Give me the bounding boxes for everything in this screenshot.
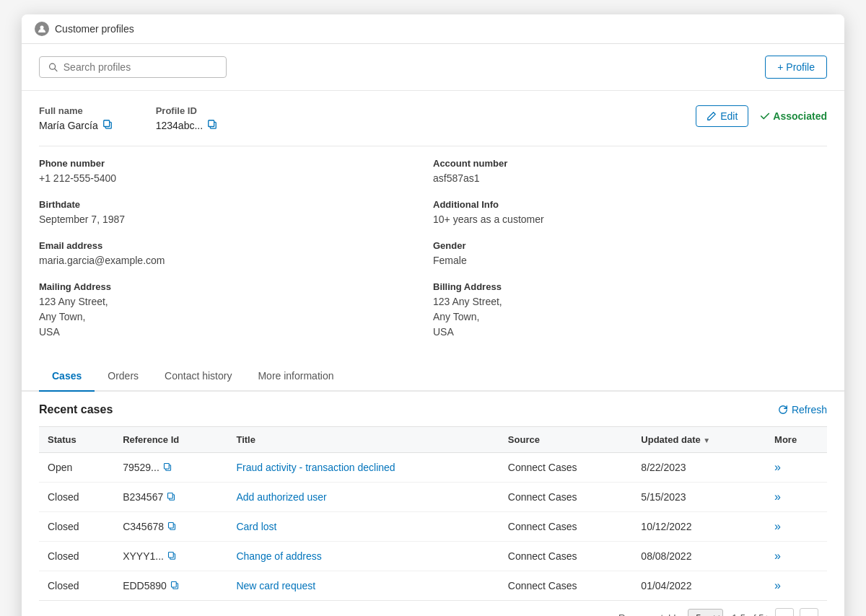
svg-rect-6: [209, 120, 214, 127]
updated-date-cell: 10/12/2022: [632, 512, 766, 542]
search-box[interactable]: [39, 56, 227, 78]
more-cell[interactable]: »: [766, 542, 827, 571]
associated-badge: Associated: [760, 110, 827, 122]
svg-line-2: [55, 69, 57, 71]
col-source: Source: [499, 427, 633, 453]
more-icon[interactable]: »: [774, 490, 781, 503]
profile-id-copy-icon[interactable]: [207, 119, 217, 131]
tab-contact-history[interactable]: Contact history: [152, 361, 245, 392]
ref-copy-icon[interactable]: [163, 462, 172, 473]
cases-title: Recent cases: [39, 403, 113, 416]
more-icon[interactable]: »: [774, 579, 781, 591]
billing-address-field: Billing Address 123 Any Street, Any Town…: [433, 281, 827, 340]
ref-copy-icon[interactable]: [167, 491, 175, 503]
rows-per-table-label: Rows per table:: [618, 612, 683, 617]
case-title-link[interactable]: Add authorized user: [236, 491, 326, 503]
status-cell: Closed: [39, 483, 114, 512]
rows-per-table: Rows per table: 5 10 25: [618, 609, 723, 617]
cases-section: Recent cases Refresh Status Reference Id…: [22, 392, 844, 616]
status-cell: Open: [39, 453, 114, 483]
phone-field: Phone number +1 212-555-5400: [39, 158, 433, 186]
source-cell: Connect Cases: [499, 512, 633, 542]
case-title-link[interactable]: Fraud activity - transaction declined: [236, 462, 395, 473]
tab-cases[interactable]: Cases: [39, 361, 95, 392]
sort-arrow-icon: ▼: [703, 436, 710, 444]
edit-button[interactable]: Edit: [696, 105, 748, 127]
tab-more-information[interactable]: More information: [245, 361, 346, 392]
add-profile-button[interactable]: + Profile: [765, 56, 827, 79]
ref-copy-icon[interactable]: [167, 521, 176, 532]
svg-rect-16: [171, 582, 176, 588]
title-cell[interactable]: Change of address: [227, 542, 499, 571]
title-cell[interactable]: Add authorized user: [227, 483, 499, 512]
next-page-button[interactable]: ›: [800, 608, 818, 616]
ref-copy-icon[interactable]: [167, 550, 176, 562]
associated-label: Associated: [773, 110, 827, 122]
tab-orders[interactable]: Orders: [95, 361, 152, 392]
status-cell: Closed: [39, 512, 114, 542]
cases-table: Status Reference Id Title Source Updated…: [39, 426, 827, 600]
table-row: ClosedEDD5890New card requestConnect Cas…: [39, 571, 827, 601]
svg-rect-8: [164, 464, 169, 470]
tabs-bar: Cases Orders Contact history More inform…: [22, 361, 844, 392]
window-title: Customer profiles: [55, 23, 134, 35]
full-name-copy-icon[interactable]: [102, 119, 113, 131]
page-header: + Profile: [22, 44, 844, 91]
profile-section: Full name María García Profile ID 1234ab…: [22, 91, 844, 361]
search-icon: [48, 62, 58, 72]
source-cell: Connect Cases: [499, 483, 633, 512]
status-cell: Closed: [39, 571, 114, 601]
svg-rect-12: [169, 523, 174, 529]
more-icon[interactable]: »: [774, 461, 781, 473]
pagination-label: 1-5 of 5+: [732, 612, 769, 617]
table-row: ClosedB234567Add authorized userConnect …: [39, 483, 827, 512]
ref-copy-icon[interactable]: [170, 580, 179, 591]
svg-rect-4: [103, 120, 109, 127]
info-grid: Phone number +1 212-555-5400 Account num…: [39, 158, 827, 361]
email-field: Email address maria.garcia@example.com: [39, 240, 433, 268]
account-number-field: Account number asf587as1: [433, 158, 827, 186]
case-title-link[interactable]: Card lost: [236, 521, 276, 532]
title-bar: Customer profiles: [22, 14, 844, 44]
full-name-label: Full name: [39, 105, 113, 116]
main-window: Customer profiles + Profile Full name Ma…: [22, 14, 844, 616]
more-icon[interactable]: »: [774, 520, 781, 532]
case-title-link[interactable]: Change of address: [236, 550, 321, 562]
more-cell[interactable]: »: [766, 571, 827, 601]
edit-icon: [707, 111, 717, 121]
title-cell[interactable]: New card request: [227, 571, 499, 601]
full-name-field: Full name María García: [39, 105, 113, 131]
search-input[interactable]: [64, 61, 217, 73]
cases-table-body: Open79529...Fraud activity - transaction…: [39, 453, 827, 601]
refresh-label: Refresh: [792, 404, 827, 415]
status-cell: Closed: [39, 542, 114, 571]
full-name-value: María García: [39, 119, 113, 131]
rows-per-table-select[interactable]: 5 10 25: [688, 609, 723, 617]
title-cell[interactable]: Fraud activity - transaction declined: [227, 453, 499, 483]
profile-actions: Edit Associated: [696, 105, 827, 127]
updated-date-cell: 01/04/2022: [632, 571, 766, 601]
table-row: ClosedC345678Card lostConnect Cases10/12…: [39, 512, 827, 542]
more-icon[interactable]: »: [774, 550, 781, 562]
reference-id-cell: B234567: [114, 483, 227, 512]
profile-divider: [39, 146, 827, 146]
source-cell: Connect Cases: [499, 453, 633, 483]
source-cell: Connect Cases: [499, 542, 633, 571]
updated-date-cell: 8/22/2023: [632, 453, 766, 483]
col-status: Status: [39, 427, 114, 453]
updated-date-cell: 5/15/2023: [632, 483, 766, 512]
profile-id-field: Profile ID 1234abc...: [156, 105, 217, 131]
svg-rect-10: [168, 493, 173, 499]
more-cell[interactable]: »: [766, 512, 827, 542]
case-title-link[interactable]: New card request: [236, 580, 315, 591]
table-footer: Rows per table: 5 10 25 1-5 of 5+ ‹ ›: [39, 600, 827, 616]
edit-label: Edit: [720, 110, 738, 122]
more-cell[interactable]: »: [766, 483, 827, 512]
reference-id-cell: XYYY1...: [114, 542, 227, 571]
prev-page-button[interactable]: ‹: [775, 608, 794, 616]
col-reference-id: Reference Id: [114, 427, 227, 453]
title-cell[interactable]: Card lost: [227, 512, 499, 542]
more-cell[interactable]: »: [766, 453, 827, 483]
refresh-button[interactable]: Refresh: [778, 404, 827, 415]
col-updated-date[interactable]: Updated date ▼: [632, 427, 766, 453]
